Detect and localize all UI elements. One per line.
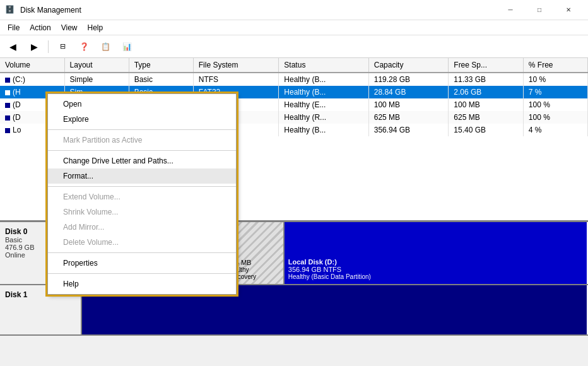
col-capacity[interactable]: Capacity <box>368 58 449 73</box>
toolbar-back[interactable]: ◀ <box>3 38 23 56</box>
ctx-item-extend-volume: Extend Volume... <box>48 189 236 204</box>
col-pctfree[interactable]: % Free <box>523 58 587 73</box>
ctx-item-properties[interactable]: Properties <box>48 256 236 271</box>
menu-view[interactable]: View <box>56 20 83 35</box>
table-cell-3-5: 625 MB <box>368 111 449 124</box>
table-cell-3-4: Healthy (R... <box>279 111 368 124</box>
col-volume[interactable]: Volume <box>0 58 64 73</box>
close-button[interactable]: ✕ <box>554 0 583 20</box>
ctx-item-help[interactable]: Help <box>48 276 236 292</box>
toolbar-forward[interactable]: ▶ <box>24 38 44 56</box>
disk-0-part-3-status: Healthy (Basic Data Partition) <box>288 273 583 280</box>
table-cell-1-5: 28.84 GB <box>368 86 449 98</box>
ctx-separator-14 <box>48 273 236 274</box>
col-layout[interactable]: Layout <box>64 58 129 73</box>
table-cell-0-4: Healthy (B... <box>279 73 368 86</box>
toolbar-help[interactable]: ❓ <box>74 38 94 56</box>
table-cell-0-5: 119.28 GB <box>368 73 449 86</box>
col-fs[interactable]: File System <box>193 58 279 73</box>
context-menu: OpenExploreMark Partition as ActiveChang… <box>47 93 237 295</box>
menu-help[interactable]: Help <box>83 20 109 35</box>
table-cell-1-7: 7 % <box>523 86 587 98</box>
ctx-item-explore[interactable]: Explore <box>48 112 236 127</box>
table-cell-0-0: (C:) <box>0 73 64 86</box>
ctx-item-change-drive-letter-and-paths[interactable]: Change Drive Letter and Paths... <box>48 153 236 168</box>
ctx-item-format[interactable]: Format... <box>48 168 236 184</box>
ctx-separator-7 <box>48 186 236 187</box>
table-row[interactable]: (C:)SimpleBasicNTFSHealthy (B...119.28 G… <box>0 73 588 86</box>
app-icon: 🗄️ <box>5 5 15 15</box>
table-cell-2-5: 100 MB <box>368 98 449 111</box>
toolbar-list[interactable]: ⊟ <box>52 38 73 56</box>
toolbar-view[interactable]: 📊 <box>117 38 137 56</box>
window-title: Disk Management <box>20 6 81 15</box>
table-cell-2-4: Healthy (E... <box>279 98 368 111</box>
table-cell-4-4: Healthy (B... <box>279 124 368 136</box>
col-type[interactable]: Type <box>129 58 193 73</box>
col-free[interactable]: Free Sp... <box>449 58 524 73</box>
table-cell-1-6: 2.06 GB <box>449 86 524 98</box>
toolbar-separator-1 <box>48 40 49 53</box>
table-cell-4-6: 15.40 GB <box>449 124 524 136</box>
toolbar: ◀ ▶ ⊟ ❓ 📋 📊 <box>0 35 588 58</box>
ctx-separator-2 <box>48 129 236 130</box>
ctx-item-mark-partition-as-active: Mark Partition as Active <box>48 133 236 148</box>
menu-action[interactable]: Action <box>25 20 56 35</box>
menu-file[interactable]: File <box>3 20 25 35</box>
table-cell-2-7: 100 % <box>523 98 587 111</box>
ctx-separator-4 <box>48 150 236 151</box>
ctx-item-delete-volume: Delete Volume... <box>48 235 236 250</box>
toolbar-info[interactable]: 📋 <box>95 38 115 56</box>
disk-0-part-3-size: 356.94 GB NTFS <box>288 266 583 273</box>
ctx-item-add-mirror: Add Mirror... <box>48 220 236 235</box>
disk-0-part-3[interactable]: Local Disk (D:) 356.94 GB NTFS Healthy (… <box>285 222 588 284</box>
ctx-separator-12 <box>48 252 236 253</box>
table-cell-1-4: Healthy (B... <box>279 86 368 98</box>
window-controls: ─ □ ✕ <box>496 0 583 20</box>
table-cell-4-7: 4 % <box>523 124 587 136</box>
table-cell-3-7: 100 % <box>523 111 587 124</box>
title-bar: 🗄️ Disk Management ─ □ ✕ <box>0 0 588 20</box>
menu-bar: File Action View Help <box>0 20 588 35</box>
ctx-item-open[interactable]: Open <box>48 97 236 112</box>
table-cell-2-6: 100 MB <box>449 98 524 111</box>
table-cell-3-6: 625 MB <box>449 111 524 124</box>
disk-0-part-3-name: Local Disk (D:) <box>288 258 583 266</box>
table-cell-0-3: NTFS <box>193 73 279 86</box>
ctx-item-shrink-volume: Shrink Volume... <box>48 204 236 220</box>
table-cell-4-5: 356.94 GB <box>368 124 449 136</box>
table-cell-0-1: Simple <box>64 73 129 86</box>
col-status[interactable]: Status <box>279 58 368 73</box>
table-cell-0-6: 11.33 GB <box>449 73 524 86</box>
maximize-button[interactable]: □ <box>525 0 554 20</box>
table-cell-0-2: Basic <box>129 73 193 86</box>
minimize-button[interactable]: ─ <box>496 0 525 20</box>
table-cell-0-7: 10 % <box>523 73 587 86</box>
